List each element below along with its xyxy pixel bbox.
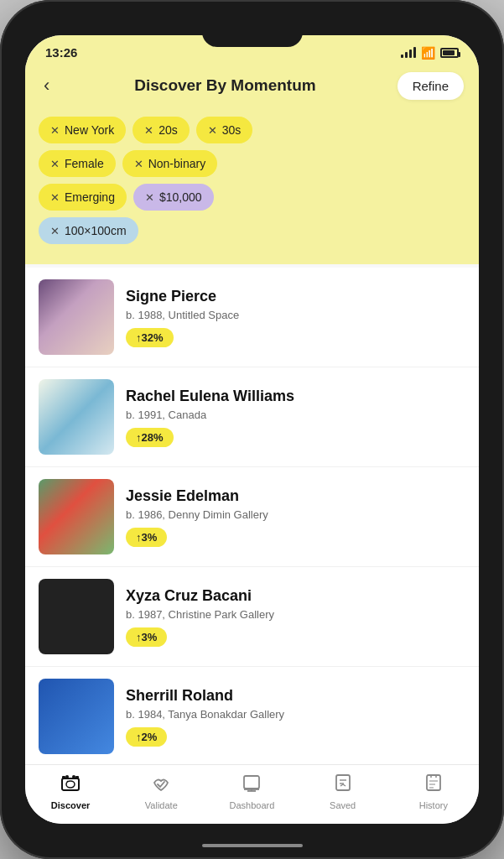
filter-row-1: ✕ New York ✕ 20s ✕ 30s: [39, 117, 465, 143]
artist-name: Jessie Edelman: [126, 487, 465, 505]
phone-screen: 13:26 📶 ‹ Discover By Momentum Refine: [25, 35, 479, 824]
filter-tag-female[interactable]: ✕ Female: [39, 150, 116, 177]
filter-row-2: ✕ Female ✕ Non-binary: [39, 150, 465, 177]
momentum-badge: ↑3%: [126, 627, 167, 647]
remove-icon: ✕: [50, 158, 60, 170]
filter-label: New York: [65, 123, 114, 137]
filter-row-3: ✕ Emerging ✕ $10,000: [39, 184, 465, 211]
nav-label-discover: Discover: [51, 800, 90, 810]
svg-rect-3: [62, 776, 65, 779]
nav-item-saved[interactable]: Saved: [318, 773, 368, 810]
artist-card-rachel-williams[interactable]: Rachel Eulena Williams b. 1991, Canada ↑…: [25, 367, 479, 467]
svg-line-6: [67, 781, 68, 782]
filter-label: 20s: [158, 123, 178, 137]
filter-tag-emerging[interactable]: ✕ Emerging: [39, 184, 127, 211]
artist-name: Signe Pierce: [126, 288, 465, 305]
filter-tag-size[interactable]: ✕ 100×100cm: [39, 217, 138, 244]
filter-label: Female: [65, 157, 104, 170]
momentum-badge: ↑32%: [126, 328, 174, 347]
remove-icon: ✕: [134, 158, 143, 170]
momentum-badge: ↑2%: [126, 727, 167, 747]
artist-info: Rachel Eulena Williams b. 1991, Canada ↑…: [126, 379, 465, 455]
artist-name: Sherrill Roland: [126, 687, 465, 705]
artist-info: Jessie Edelman b. 1986, Denny Dimin Gall…: [126, 479, 465, 554]
artist-card-xyza-bacani[interactable]: Xyza Cruz Bacani b. 1987, Christine Park…: [25, 567, 479, 667]
artist-bio: b. 1984, Tanya Bonakdar Gallery: [126, 708, 465, 721]
signal-icon: [401, 47, 416, 58]
remove-icon: ✕: [50, 124, 60, 137]
remove-icon: ✕: [208, 124, 217, 137]
nav-label-dashboard: Dashboard: [230, 800, 275, 810]
svg-point-2: [72, 775, 75, 778]
home-indicator: [202, 844, 303, 847]
filter-row-4: ✕ 100×100cm: [39, 217, 465, 244]
refine-button[interactable]: Refine: [397, 72, 464, 100]
artist-thumbnail-sherrill-roland: [39, 679, 114, 754]
artist-card-signe-pierce[interactable]: Signe Pierce b. 1988, Untitled Space ↑32…: [25, 268, 479, 367]
page-title: Discover By Momentum: [53, 76, 397, 95]
artist-thumbnail-xyza-bacani: [39, 579, 114, 654]
momentum-badge: ↑28%: [126, 428, 174, 447]
filters-area: ✕ New York ✕ 20s ✕ 30s ✕ Female ✕: [25, 112, 479, 264]
filter-label: 30s: [222, 123, 242, 137]
svg-rect-4: [75, 776, 79, 779]
artist-info: Signe Pierce b. 1988, Untitled Space ↑32…: [126, 279, 465, 355]
artist-bio: b. 1986, Denny Dimin Gallery: [126, 508, 465, 521]
filter-label: Non-binary: [148, 157, 205, 170]
back-button[interactable]: ‹: [40, 71, 53, 100]
nav-label-saved: Saved: [330, 800, 356, 810]
artist-bio: b. 1991, Canada: [126, 409, 465, 421]
artist-bio: b. 1988, Untitled Space: [126, 309, 465, 321]
artist-list: Signe Pierce b. 1988, Untitled Space ↑32…: [25, 264, 479, 764]
phone-frame: 13:26 📶 ‹ Discover By Momentum Refine: [0, 0, 504, 859]
filter-tag-non-binary[interactable]: ✕ Non-binary: [122, 150, 217, 177]
artist-card-jessie-edelman[interactable]: Jessie Edelman b. 1986, Denny Dimin Gall…: [25, 467, 479, 567]
artist-name: Rachel Eulena Williams: [126, 388, 465, 405]
nav-item-validate[interactable]: Validate: [136, 773, 186, 810]
status-icons: 📶: [401, 46, 459, 60]
nav-item-history[interactable]: History: [408, 773, 459, 810]
artist-name: Xyza Cruz Bacani: [126, 587, 465, 605]
artist-bio: b. 1987, Christine Park Gallery: [126, 608, 465, 621]
header: ‹ Discover By Momentum Refine: [25, 65, 479, 112]
filter-tag-30s[interactable]: ✕ 30s: [196, 117, 253, 143]
dashboard-icon: [242, 773, 262, 797]
filter-label: Emerging: [65, 190, 115, 204]
remove-icon: ✕: [144, 124, 153, 137]
svg-rect-0: [62, 778, 79, 790]
nav-bar: Discover Validate: [25, 764, 479, 824]
filter-tag-price[interactable]: ✕ $10,000: [133, 184, 214, 211]
discover-icon: [60, 773, 81, 797]
artist-info: Xyza Cruz Bacani b. 1987, Christine Park…: [126, 579, 465, 654]
nav-item-discover[interactable]: Discover: [45, 773, 96, 810]
validate-icon: [151, 773, 171, 797]
status-time: 13:26: [45, 45, 77, 60]
svg-rect-7: [244, 776, 259, 789]
nav-label-history: History: [419, 800, 448, 810]
svg-rect-11: [336, 775, 350, 790]
history-icon: [423, 773, 444, 797]
artist-thumbnail-jessie-edelman: [39, 479, 114, 554]
filter-label: $10,000: [159, 190, 202, 204]
wifi-icon: 📶: [421, 46, 435, 60]
artist-thumbnail-rachel-williams: [39, 379, 114, 455]
artist-info: Sherrill Roland b. 1984, Tanya Bonakdar …: [126, 679, 465, 754]
filter-label: 100×100cm: [65, 224, 127, 237]
remove-icon: ✕: [50, 191, 60, 204]
filter-tag-new-york[interactable]: ✕ New York: [39, 117, 126, 143]
artist-thumbnail-signe-pierce: [39, 279, 114, 355]
momentum-badge: ↑3%: [126, 528, 167, 547]
phone-notch: [202, 23, 303, 47]
battery-icon: [440, 48, 459, 58]
nav-item-dashboard[interactable]: Dashboard: [226, 773, 277, 810]
remove-icon: ✕: [50, 225, 60, 237]
nav-label-validate: Validate: [145, 800, 178, 810]
saved-icon: [333, 773, 353, 797]
artist-card-sherrill-roland[interactable]: Sherrill Roland b. 1984, Tanya Bonakdar …: [25, 667, 479, 764]
svg-point-1: [65, 775, 69, 778]
remove-icon: ✕: [145, 191, 154, 204]
filter-tag-20s[interactable]: ✕ 20s: [132, 117, 190, 143]
